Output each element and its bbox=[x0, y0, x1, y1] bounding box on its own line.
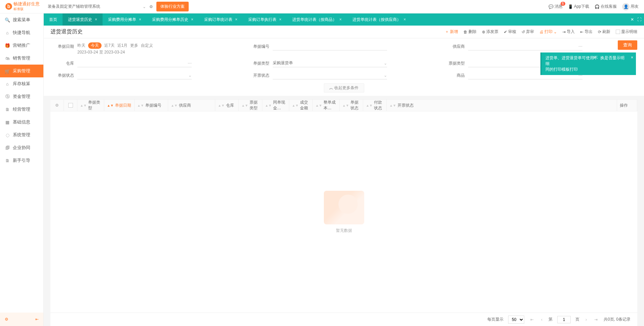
tab-home[interactable]: 首页 bbox=[44, 13, 63, 26]
close-icon[interactable]: × bbox=[339, 17, 342, 22]
toolbar: ＋新增 🗑删除 ⊕添发票 ✔审核 ↺弃审 🖨打印⌄ ⇥导入 ⇤导出 ⟳刷新 显示… bbox=[445, 29, 637, 35]
th-supplier[interactable]: ▲▼供应商 bbox=[168, 100, 215, 111]
date-tag-1m[interactable]: 近1月 bbox=[117, 43, 128, 48]
sidebar-item-enterprise[interactable]: 🗐企业协同 bbox=[0, 141, 43, 154]
close-icon[interactable]: × bbox=[95, 17, 97, 22]
chevron-down-icon: ⌄ bbox=[384, 61, 387, 66]
logo-icon: b bbox=[5, 3, 12, 10]
order-type-select[interactable]: 采购退货单⌄ bbox=[273, 59, 387, 67]
tab-po-exec[interactable]: 采购订单执行表× bbox=[243, 13, 287, 26]
page-number-input[interactable] bbox=[557, 316, 571, 323]
date-tag-more[interactable]: 更多 bbox=[130, 43, 138, 48]
sidebar-item-management[interactable]: 🗎经营管理 bbox=[0, 103, 43, 116]
new-button[interactable]: ＋新增 bbox=[445, 29, 458, 35]
more-icon[interactable]: ⋯ bbox=[188, 61, 192, 66]
date-tag-7d[interactable]: 近7天 bbox=[104, 43, 115, 48]
tab-po-stats[interactable]: 采购订单统计表× bbox=[199, 13, 243, 26]
industry-plan-button[interactable]: 体验行业方案 bbox=[156, 2, 189, 11]
prev-page-button[interactable]: ‹ bbox=[540, 317, 544, 322]
more-icon[interactable]: ⋯ bbox=[578, 44, 582, 49]
close-icon[interactable]: × bbox=[279, 17, 281, 22]
query-button[interactable]: 查询 bbox=[618, 40, 637, 50]
sidebar-item-inventory[interactable]: ⌂库存核算 bbox=[0, 77, 43, 90]
sidebar: 🔍搜索菜单 ⌂快捷导航 🎁营销推广 🛍销售管理 🛒采购管理 ⌂库存核算 Ⓢ资金管… bbox=[0, 13, 44, 326]
date-tag-yesterday[interactable]: 昨天 bbox=[77, 43, 85, 48]
tab-return-history[interactable]: 进货退货历史× bbox=[63, 13, 103, 26]
th-cash[interactable]: ▲▼同单现金… bbox=[262, 100, 289, 111]
discard-button[interactable]: ↺弃审 bbox=[522, 29, 534, 35]
sidebar-item-guide[interactable]: 🗎新手引导 bbox=[0, 154, 43, 167]
customer-service-button[interactable]: 🎧 在线客服 bbox=[595, 4, 617, 9]
import-button[interactable]: ⇥导入 bbox=[562, 29, 575, 35]
sidebar-item-basic[interactable]: ▦基础信息 bbox=[0, 116, 43, 129]
settings-icon[interactable]: ⚙ bbox=[149, 4, 153, 9]
export-icon: ⇤ bbox=[580, 30, 583, 34]
add-invoice-button[interactable]: ⊕添发票 bbox=[482, 29, 498, 35]
tab-cost-alloc-hist[interactable]: 采购费用分摊单历史× bbox=[147, 13, 199, 26]
th-no[interactable]: ▲▼单据编号 bbox=[135, 100, 168, 111]
print-button[interactable]: 🖨打印⌄ bbox=[539, 29, 557, 35]
table-header: ⚙ ▲▼单据类型 ▲▼单据日期 ▲▼单据编号 ▲▼供应商 ▲▼仓库 ▲▼票据类型… bbox=[50, 99, 637, 111]
supplier-input[interactable]: ⋯ bbox=[468, 42, 582, 50]
settings-icon[interactable]: ⚙ bbox=[5, 317, 8, 322]
sidebar-item-system[interactable]: ◌系统管理 bbox=[0, 129, 43, 141]
app-download-button[interactable]: 📱 App下载 bbox=[568, 4, 589, 9]
collapse-conditions-button[interactable]: ︽ 收起更多条件 bbox=[324, 83, 364, 93]
close-icon[interactable]: × bbox=[139, 17, 141, 22]
user-menu[interactable]: 👤 用友 bbox=[622, 3, 639, 10]
sort-icon: ▲▼ bbox=[80, 105, 87, 106]
tab-in-stats-product[interactable]: 进货单统计表（按商品）× bbox=[287, 13, 347, 26]
close-icon[interactable]: × bbox=[191, 17, 193, 22]
close-icon[interactable]: × bbox=[235, 17, 237, 22]
th-pay[interactable]: ▲▼付款状态 bbox=[363, 100, 387, 111]
collapse-sidebar-icon[interactable]: ⇤ bbox=[35, 317, 39, 322]
th-type[interactable]: ▲▼单据类型 bbox=[77, 100, 104, 111]
bag-icon: 🛍 bbox=[5, 56, 10, 61]
sidebar-item-funds[interactable]: Ⓢ资金管理 bbox=[0, 90, 43, 103]
date-tag-custom[interactable]: 自定义 bbox=[141, 43, 153, 48]
sidebar-item-purchase[interactable]: 🛒采购管理 bbox=[0, 65, 43, 77]
refresh-button[interactable]: ⟳刷新 bbox=[598, 29, 610, 35]
messages-button[interactable]: 💬 消息 6 bbox=[548, 4, 563, 9]
order-no-input[interactable] bbox=[273, 42, 387, 50]
tabs-right: ✕ ⛶ bbox=[628, 13, 644, 26]
fullscreen-icon[interactable]: ⛶ bbox=[637, 17, 641, 22]
close-icon[interactable]: × bbox=[404, 17, 406, 22]
audit-button[interactable]: ✔审核 bbox=[504, 29, 516, 35]
order-status-select[interactable]: ⌄ bbox=[77, 71, 192, 79]
close-all-icon[interactable]: ✕ bbox=[631, 17, 634, 22]
th-deal[interactable]: ▲▼成交金额 bbox=[289, 100, 313, 111]
th-warehouse[interactable]: ▲▼仓库 bbox=[215, 100, 239, 111]
gear-icon: ◌ bbox=[5, 133, 10, 138]
tab-in-stats-supplier[interactable]: 进货单统计表（按供应商）× bbox=[347, 13, 411, 26]
sidebar-item-sales[interactable]: 🛍销售管理 bbox=[0, 52, 43, 65]
last-page-button[interactable]: ⇥ bbox=[593, 317, 599, 322]
th-cost[interactable]: ▲▼整单成本… bbox=[313, 100, 340, 111]
date-range-text: 2023-03-24 至 2023-03-24 bbox=[77, 49, 192, 55]
next-page-button[interactable]: › bbox=[584, 317, 588, 322]
th-voucher[interactable]: ▲▼票据类型 bbox=[239, 100, 262, 111]
table-settings-button[interactable]: ⚙ bbox=[50, 100, 64, 111]
sidebar-item-quicknav[interactable]: ⌂快捷导航 bbox=[0, 26, 43, 39]
field-order-status: 单据状态 ⌄ bbox=[50, 71, 246, 79]
select-all-checkbox[interactable] bbox=[64, 100, 77, 111]
th-date[interactable]: ▲▼单据日期 bbox=[104, 100, 135, 111]
warehouse-input[interactable]: ⋯ bbox=[77, 59, 192, 67]
th-status[interactable]: ▲▼单据状态 bbox=[340, 100, 363, 111]
tab-cost-alloc[interactable]: 采购费用分摊单× bbox=[103, 13, 147, 26]
close-icon[interactable]: × bbox=[631, 55, 633, 60]
sidebar-item-search[interactable]: 🔍搜索菜单 bbox=[0, 13, 43, 26]
per-page-select[interactable]: 50 bbox=[508, 316, 524, 324]
delete-button[interactable]: 🗑删除 bbox=[463, 29, 477, 35]
headset-icon: 🎧 bbox=[595, 4, 600, 9]
th-invoice[interactable]: ▲▼开票状态 bbox=[387, 100, 617, 111]
system-select[interactable]: 装备及固定资产辅助管理系统 ⌄ bbox=[48, 4, 146, 9]
first-page-button[interactable]: ⇤ bbox=[529, 317, 535, 322]
sidebar-item-marketing[interactable]: 🎁营销推广 bbox=[0, 39, 43, 52]
field-label: 供应商 bbox=[441, 42, 465, 49]
invoice-status-select[interactable]: ⌄ bbox=[273, 71, 387, 79]
show-detail-toggle[interactable]: 显示明细 bbox=[616, 29, 637, 35]
export-button[interactable]: ⇤导出 bbox=[580, 29, 593, 35]
date-tag-today[interactable]: 今天 bbox=[88, 42, 102, 49]
close-icon[interactable]: × bbox=[593, 55, 596, 60]
